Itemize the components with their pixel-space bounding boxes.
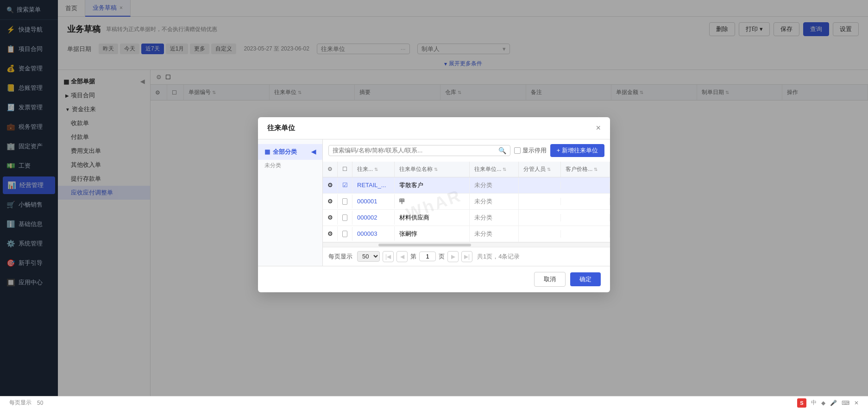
scrollbar-thumb[interactable]: [378, 244, 471, 246]
cancel-button[interactable]: 取消: [534, 272, 566, 287]
row-category: 未分类: [470, 226, 519, 242]
row-code: 000003: [352, 227, 395, 241]
row-person: [519, 182, 561, 189]
dialog-footer: 取消 确定: [258, 266, 610, 292]
row-check[interactable]: [338, 195, 352, 208]
status-icon-zh[interactable]: 中: [811, 399, 817, 407]
dialog-search-input[interactable]: [333, 147, 498, 154]
row-check[interactable]: [338, 211, 352, 225]
row-price: [561, 182, 610, 189]
table-row[interactable]: ⚙ ☑ RETAIL_... 零散客户 未分类: [323, 177, 610, 194]
dialog-header: 往来单位 ×: [258, 117, 610, 139]
dialog-search-box[interactable]: 🔍: [328, 145, 510, 156]
row-checkbox-icon: [342, 231, 347, 237]
dialog-nav-all[interactable]: ▦ 全部分类 ◀: [258, 144, 322, 160]
status-icon-mic[interactable]: 🎤: [830, 400, 837, 406]
horizontal-scrollbar[interactable]: [323, 242, 610, 247]
page-total: 共1页，4条记录: [477, 252, 520, 261]
per-page-label: 每页显示: [328, 252, 352, 261]
add-party-button[interactable]: + 新增往来单位: [550, 144, 604, 157]
dialog-title: 往来单位: [267, 124, 295, 132]
show-disabled-toggle[interactable]: 显示停用: [514, 146, 547, 155]
dth-category: 往来单位... ⇅: [470, 162, 519, 177]
show-disabled-checkbox[interactable]: [514, 147, 521, 154]
row-code: 000001: [352, 194, 395, 208]
row-category: 未分类: [470, 177, 519, 193]
page-unit: 页: [439, 252, 445, 261]
dth-price: 客户价格... ⇅: [561, 162, 610, 177]
status-bar: 每页显示 50 S 中 ◆ 🎤 ⌨ ✕: [0, 396, 868, 409]
row-checkbox-icon: [342, 214, 347, 221]
dth-person: 分管人员 ⇅: [519, 162, 561, 177]
row-check[interactable]: ☑: [338, 178, 352, 192]
row-name: 零散客户: [395, 177, 470, 193]
confirm-button[interactable]: 确定: [570, 272, 601, 286]
table-row[interactable]: ⚙ 000002 材料供应商 未分类: [323, 210, 610, 226]
page-next-button[interactable]: ▶: [447, 251, 459, 262]
party-dialog: WhAR 往来单位 × ▦ 全部分类 ◀ 未分类: [258, 117, 610, 292]
dialog-left-nav: ▦ 全部分类 ◀ 未分类: [258, 139, 323, 266]
row-person: [519, 214, 561, 221]
status-pagination-value: 50: [37, 400, 43, 406]
dth-settings: ⚙: [323, 162, 338, 177]
dialog-table-header: ⚙ ☐ 往来... ⇅ 往来单位名称 ⇅ 往来单位... ⇅ 分管人员 ⇅: [323, 162, 610, 177]
row-price: [561, 214, 610, 221]
row-name: 张嗣惇: [395, 226, 470, 242]
page-first-button[interactable]: |◀: [383, 251, 394, 262]
dialog-toolbar: 🔍 显示停用 + 新增往来单位: [323, 144, 610, 162]
row-category: 未分类: [470, 210, 519, 226]
per-page-select[interactable]: 50: [357, 251, 380, 262]
row-code: 000002: [352, 210, 395, 225]
row-checkbox-icon: [342, 198, 347, 205]
show-disabled-label: 显示停用: [522, 146, 547, 155]
row-price: [561, 230, 610, 238]
status-icon-keyboard[interactable]: ⌨: [842, 400, 849, 406]
page-last-button[interactable]: ▶|: [461, 251, 472, 262]
dialog-table: ⚙ ☐ 往来... ⇅ 往来单位名称 ⇅ 往来单位... ⇅ 分管人员 ⇅: [323, 162, 610, 242]
dth-check: ☐: [338, 162, 352, 177]
dialog-right: 🔍 显示停用 + 新增往来单位 ⚙ ☐ 往来... ⇅: [323, 139, 610, 266]
dialog-nav-collapse-icon[interactable]: ◀: [311, 148, 316, 155]
row-code: RETAIL_...: [352, 178, 395, 192]
page-input[interactable]: [419, 252, 436, 261]
dialog-body: ▦ 全部分类 ◀ 未分类 🔍 显示停用: [258, 139, 610, 266]
dialog-nav-all-label: 全部分类: [273, 148, 297, 156]
row-check[interactable]: [338, 227, 352, 241]
dialog-close-button[interactable]: ×: [596, 124, 601, 132]
dth-code: 往来... ⇅: [352, 162, 395, 177]
status-right: S 中 ◆ 🎤 ⌨ ✕: [797, 398, 859, 408]
grid-nav-icon: ▦: [264, 148, 270, 155]
row-settings: ⚙: [323, 210, 338, 225]
row-settings: ⚙: [323, 227, 338, 241]
dth-name: 往来单位名称 ⇅: [395, 162, 470, 177]
row-name: 材料供应商: [395, 210, 470, 226]
page-prev-button[interactable]: ◀: [396, 251, 408, 262]
dialog-pagination: 每页显示 50 |◀ ◀ 第 页 ▶ ▶| 共1页，4条记录: [323, 247, 610, 266]
row-price: [561, 198, 610, 205]
modal-overlay[interactable]: WhAR 往来单位 × ▦ 全部分类 ◀ 未分类: [0, 0, 868, 409]
row-name: 甲: [395, 194, 470, 209]
status-icon-diamond[interactable]: ◆: [821, 400, 825, 406]
row-checkbox-checked-icon: ☑: [342, 182, 348, 189]
status-pagination-label: 每页显示: [9, 399, 31, 407]
status-icon-close[interactable]: ✕: [854, 400, 859, 406]
row-category: 未分类: [470, 194, 519, 209]
dialog-nav-uncategorized-label: 未分类: [258, 160, 322, 171]
search-icon: 🔍: [498, 147, 506, 154]
row-settings: ⚙: [323, 178, 338, 192]
s-logo: S: [797, 398, 806, 408]
row-person: [519, 198, 561, 205]
row-settings: ⚙: [323, 194, 338, 208]
table-row[interactable]: ⚙ 000003 张嗣惇 未分类: [323, 226, 610, 242]
table-row[interactable]: ⚙ 000001 甲 未分类: [323, 194, 610, 210]
row-person: [519, 230, 561, 238]
page-word: 第: [410, 252, 416, 261]
